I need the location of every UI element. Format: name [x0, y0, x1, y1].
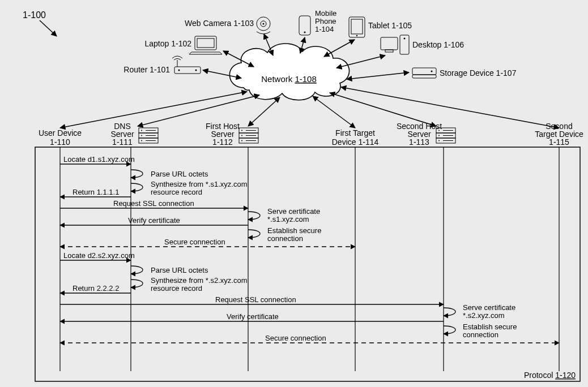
svg-point-51: [241, 140, 242, 141]
svg-text:Parse URL octets: Parse URL octets: [151, 170, 208, 178]
svg-text:Secure connection: Secure connection: [265, 334, 326, 342]
network-label: Network: [261, 74, 293, 84]
svg-rect-16: [381, 37, 398, 50]
phone-label3: 1-104: [315, 25, 334, 33]
svg-line-30: [347, 72, 409, 79]
svg-text:Serve certificate: Serve certificate: [463, 303, 515, 312]
svg-text:resource record: resource record: [151, 188, 202, 196]
router-label: Router 1-101: [123, 65, 170, 74]
figure-number: 1-100: [23, 10, 46, 20]
svg-text:*.s1.xyz.com: *.s1.xyz.com: [267, 215, 309, 223]
laptop-label: Laptop 1-102: [144, 39, 191, 48]
svg-line-33: [248, 97, 280, 126]
svg-text:connection: connection: [267, 234, 303, 243]
storage-icon: Storage Device 1-107: [412, 68, 517, 78]
svg-rect-6: [197, 38, 214, 48]
svg-text:Return 1.1.1.1: Return 1.1.1.1: [73, 188, 119, 196]
svg-point-50: [241, 135, 242, 136]
phone-icon: Mobile Phone 1-104: [299, 9, 336, 35]
svg-text:Network
       
      1-108: Network 1-108: [261, 74, 317, 84]
svg-text:Request SSL connection: Request SSL connection: [113, 199, 194, 208]
svg-point-59: [438, 135, 440, 136]
svg-point-41: [141, 135, 142, 136]
svg-point-22: [431, 71, 433, 72]
router-icon: Router 1-101: [123, 56, 201, 74]
svg-text:1-115: 1-115: [549, 137, 569, 147]
svg-line-28: [324, 40, 355, 57]
webcam-label: Web Camera 1-103: [185, 19, 254, 28]
svg-text:1-113: 1-113: [409, 137, 429, 147]
svg-text:Request SSL connection: Request SSL connection: [215, 295, 296, 304]
svg-point-3: [195, 70, 197, 71]
svg-point-42: [141, 140, 142, 141]
diagram-svg: Router 1-101 Laptop 1-102 Web Camera 1-1…: [0, 0, 588, 387]
svg-text:resource record: resource record: [151, 284, 202, 293]
desktop-label: Desktop 1-106: [412, 40, 464, 49]
svg-rect-20: [412, 68, 436, 75]
tablet-icon: Tablet 1-105: [349, 17, 412, 37]
laptop-icon: Laptop 1-102: [144, 36, 222, 54]
svg-line-32: [138, 95, 259, 126]
svg-text:Synthesize from *.s2.xyz.com: Synthesize from *.s2.xyz.com: [151, 276, 248, 285]
network-ref: 1-108: [295, 74, 316, 84]
svg-point-49: [241, 130, 242, 131]
svg-text:Locate d2.s2.xyz.com: Locate d2.s2.xyz.com: [63, 251, 135, 260]
protocol-label: Protocol 1-120: [524, 371, 576, 380]
svg-text:1-111: 1-111: [112, 137, 133, 147]
svg-text:Device 1-114: Device 1-114: [332, 137, 379, 147]
storage-label: Storage Device 1-107: [440, 68, 517, 78]
svg-line-34: [313, 96, 355, 128]
protocol-box: [35, 147, 580, 381]
svg-point-40: [141, 130, 142, 131]
svg-point-10: [263, 23, 265, 25]
svg-rect-21: [412, 75, 436, 78]
svg-text:Locate d1.s1.xyz.com: Locate d1.s1.xyz.com: [63, 155, 135, 164]
svg-text:Serve certificate: Serve certificate: [267, 207, 320, 216]
svg-text:First Target: First Target: [335, 128, 375, 137]
svg-text:*.s2.xyz.com: *.s2.xyz.com: [463, 311, 505, 320]
svg-text:Secure connection: Secure connection: [164, 238, 225, 246]
svg-text:User Device: User Device: [39, 128, 82, 137]
tablet-label: Tablet 1-105: [368, 21, 412, 30]
svg-text:Synthesize from *.s1.xyz.com: Synthesize from *.s1.xyz.com: [151, 180, 248, 188]
svg-text:connection: connection: [463, 330, 498, 339]
svg-text:Parse URL octets: Parse URL octets: [151, 266, 208, 274]
svg-point-12: [304, 32, 306, 33]
svg-line-0: [40, 20, 57, 36]
svg-point-60: [438, 140, 440, 141]
svg-point-15: [356, 35, 357, 36]
lane-headers: User Device 1-110 DNS Server 1-111 First…: [39, 122, 583, 147]
svg-text:Establish secure: Establish secure: [463, 322, 517, 331]
phone-label1: Mobile: [315, 9, 336, 18]
webcam-icon: Web Camera 1-103: [185, 17, 270, 34]
desktop-icon: Desktop 1-106: [381, 35, 464, 54]
svg-point-19: [404, 38, 406, 40]
svg-text:1-110: 1-110: [50, 137, 70, 147]
svg-text:Verify certificate: Verify certificate: [227, 312, 279, 321]
svg-text:Establish secure: Establish secure: [267, 226, 321, 235]
svg-text:Verify certificate: Verify certificate: [128, 216, 180, 225]
svg-marker-7: [189, 52, 222, 54]
svg-text:Return 2.2.2.2: Return 2.2.2.2: [73, 284, 119, 293]
svg-rect-14: [351, 19, 363, 34]
network-cloud: Network 1-108: [229, 44, 349, 100]
svg-point-2: [178, 70, 180, 71]
svg-text:1-112: 1-112: [212, 137, 233, 147]
messages: Locate d1.s1.xyz.com Parse URL octets Sy…: [60, 155, 559, 343]
svg-line-36: [341, 87, 559, 128]
phone-label2: Phone: [315, 17, 336, 25]
svg-rect-17: [385, 50, 393, 52]
